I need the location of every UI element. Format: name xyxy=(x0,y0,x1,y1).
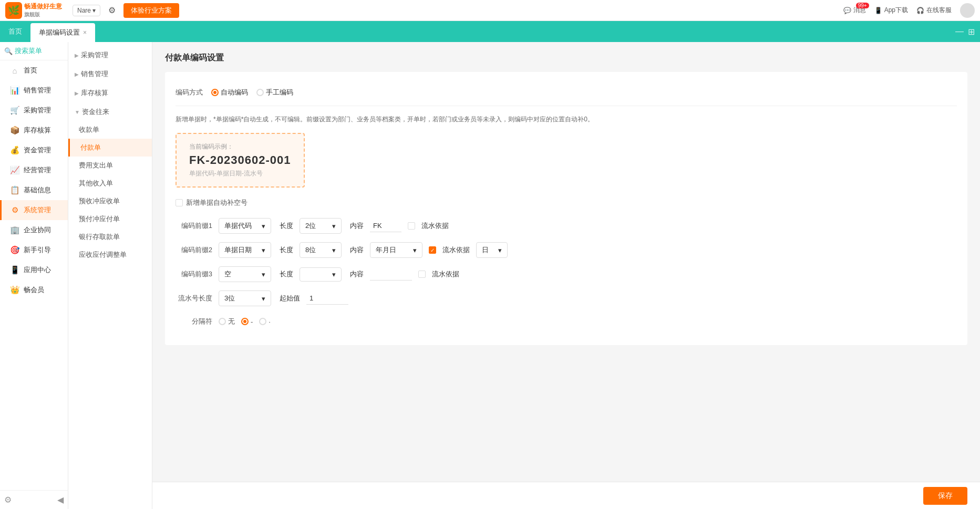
menu-item-expense[interactable]: 费用支出单 xyxy=(68,157,152,174)
radio-manual-dot xyxy=(256,89,264,96)
page-title: 付款单编码设置 xyxy=(165,53,967,64)
sidebar-item-enterprise-label: 企业协同 xyxy=(24,225,51,235)
prefix2-content-label: 内容 xyxy=(350,245,364,255)
workspace-label: Nare xyxy=(77,7,91,14)
sidebar-collapse-icon[interactable]: ◀ xyxy=(57,495,64,505)
prefix3-serial-checkbox[interactable] xyxy=(418,271,426,278)
sidebar-item-finance[interactable]: 💰 资金管理 xyxy=(0,140,68,160)
service-item[interactable]: 🎧 在线客服 xyxy=(916,6,952,15)
sidebar-item-purchase[interactable]: 🛒 采购管理 xyxy=(0,100,68,120)
sidebar-item-system[interactable]: ⚙ 系统管理 xyxy=(0,200,68,220)
member-icon: 👑 xyxy=(10,285,19,295)
tab-close-icon[interactable]: × xyxy=(83,29,87,36)
prefix1-length-label: 长度 xyxy=(280,221,293,231)
menu-group-inventory-title[interactable]: ▶ 库存核算 xyxy=(68,84,152,102)
chevron-right-icon2: ▶ xyxy=(75,71,79,77)
serial-length-select[interactable]: 3位 ▾ xyxy=(219,290,271,306)
sidebar-search[interactable]: 🔍 搜索菜单 xyxy=(0,42,68,60)
prefix3-content-input[interactable] xyxy=(370,268,412,281)
enterprise-icon: 🏢 xyxy=(10,225,19,235)
sidebar-item-basic[interactable]: 📋 基础信息 xyxy=(0,180,68,200)
finance-icon: 💰 xyxy=(10,146,19,155)
sales-icon: 📊 xyxy=(10,86,19,95)
prefix2-value: 单据日期 xyxy=(224,245,252,255)
sidebar-item-sales[interactable]: 📊 销售管理 xyxy=(0,80,68,100)
menu-item-payment[interactable]: 付款单 xyxy=(68,139,152,157)
prefix1-length-select[interactable]: 2位 ▾ xyxy=(300,218,342,234)
sep-none-label: 无 xyxy=(228,317,235,326)
serial-start-input[interactable] xyxy=(306,292,348,305)
menu-group-sales-title[interactable]: ▶ 销售管理 xyxy=(68,65,152,83)
service-label: 在线客服 xyxy=(926,6,952,15)
menu-group-purchase: ▶ 采购管理 xyxy=(68,46,152,64)
menu-group-purchase-title[interactable]: ▶ 采购管理 xyxy=(68,46,152,64)
app-download-item[interactable]: 📱 App下载 xyxy=(874,6,908,15)
menu-item-income[interactable]: 其他收入单 xyxy=(68,174,152,192)
system-icon: ⚙ xyxy=(10,205,19,215)
sidebar-settings-icon[interactable]: ⚙ xyxy=(4,495,12,505)
menu-item-prepay-receive[interactable]: 预收冲应收单 xyxy=(68,192,152,210)
sidebar-item-basic-label: 基础信息 xyxy=(24,185,51,195)
autofill-row: 新增单据自动补空号 xyxy=(176,198,957,207)
search-icon: 🔍 xyxy=(4,47,13,55)
workspace-dropdown[interactable]: Nare ▾ xyxy=(73,5,100,16)
purchase-icon: 🛒 xyxy=(10,106,19,115)
sidebar-item-member[interactable]: 👑 畅会员 xyxy=(0,280,68,300)
sep-hyphen-radio[interactable]: - xyxy=(241,318,253,326)
sidebar-item-guide[interactable]: 🎯 新手引导 xyxy=(0,240,68,260)
sidebar-item-inventory[interactable]: 📦 库存核算 xyxy=(0,120,68,140)
serial-row: 流水号长度 3位 ▾ 起始值 xyxy=(176,290,957,306)
logo-sub: 旗舰版 xyxy=(24,11,62,18)
message-item[interactable]: 💬 消息 99+ xyxy=(843,6,866,15)
menu-item-adjust[interactable]: 应收应付调整单 xyxy=(68,246,152,264)
menu-group-capital-title[interactable]: ▼ 资金往来 xyxy=(68,103,152,121)
encoding-mode-radio-group: 自动编码 手工编码 xyxy=(211,88,293,97)
menu-item-bank[interactable]: 银行存取款单 xyxy=(68,228,152,246)
menu-group-capital-label: 资金往来 xyxy=(82,107,109,117)
prefix2-serial-period-select[interactable]: 日 ▾ xyxy=(476,242,508,258)
user-avatar[interactable] xyxy=(960,3,975,18)
sidebar-item-apps[interactable]: 📱 应用中心 xyxy=(0,260,68,280)
prefix1-select[interactable]: 单据代码 ▾ xyxy=(219,218,271,234)
sep-none-radio[interactable]: 无 xyxy=(219,317,235,326)
settings-icon[interactable]: ⚙ xyxy=(105,3,119,18)
prefix2-content-select[interactable]: 年月日 ▾ xyxy=(370,242,422,258)
prefix3-length-select[interactable]: ▾ xyxy=(300,267,342,282)
tabbar-expand-icon[interactable]: ⊞ xyxy=(968,27,975,37)
prefix2-length-value: 8位 xyxy=(305,245,316,255)
radio-manual[interactable]: 手工编码 xyxy=(256,88,293,97)
prefix1-chevron-icon: ▾ xyxy=(262,222,265,230)
encoding-mode-row: 编码方式 自动编码 手工编码 xyxy=(176,82,957,106)
menu-item-receipt[interactable]: 收款单 xyxy=(68,121,152,139)
save-button[interactable]: 保存 xyxy=(923,487,967,505)
sidebar-item-operations-label: 经营管理 xyxy=(24,165,51,175)
prefix1-serial-checkbox[interactable] xyxy=(408,222,415,230)
chevron-right-icon3: ▶ xyxy=(75,90,79,96)
sep-dot-radio[interactable]: · xyxy=(259,318,271,326)
sidebar-search-label: 搜索菜单 xyxy=(15,46,42,56)
autofill-label: 新增单据自动补空号 xyxy=(186,198,247,207)
radio-auto-label: 自动编码 xyxy=(221,88,248,97)
tab-encoding-settings[interactable]: 单据编码设置 × xyxy=(30,23,95,42)
radio-auto[interactable]: 自动编码 xyxy=(211,88,248,97)
prefix1-content-input[interactable] xyxy=(370,220,401,232)
prefix3-select[interactable]: 空 ▾ xyxy=(219,266,271,282)
left-menu: ▶ 采购管理 ▶ 销售管理 ▶ 库存核算 ▼ 资金往来 收款单 付款单 费用支出… xyxy=(68,42,152,509)
sidebar-item-operations[interactable]: 📈 经营管理 xyxy=(0,160,68,180)
prefix2-select[interactable]: 单据日期 ▾ xyxy=(219,242,271,258)
autofill-checkbox[interactable] xyxy=(176,199,183,206)
menu-item-prepay-pay[interactable]: 预付冲应付单 xyxy=(68,210,152,228)
serial-length-value: 3位 xyxy=(224,294,235,303)
service-icon: 🎧 xyxy=(916,7,924,14)
guide-icon: 🎯 xyxy=(10,245,19,255)
prefix2-length-select[interactable]: 8位 ▾ xyxy=(300,242,342,258)
sidebar-item-home[interactable]: ⌂ 首页 xyxy=(0,60,68,80)
prefix2-serial-period-value: 日 xyxy=(482,245,489,255)
menu-group-purchase-label: 采购管理 xyxy=(81,50,108,60)
trial-button[interactable]: 体验行业方案 xyxy=(123,3,179,18)
tabbar-minimize-icon[interactable]: — xyxy=(955,27,964,36)
tab-home[interactable]: 首页 xyxy=(0,21,30,42)
prefix2-serial-checkbox[interactable]: ✓ xyxy=(429,246,436,254)
sidebar-item-enterprise[interactable]: 🏢 企业协同 xyxy=(0,220,68,240)
preview-box: 当前编码示例： FK-20230602-001 单据代码-单据日期-流水号 xyxy=(176,133,305,188)
